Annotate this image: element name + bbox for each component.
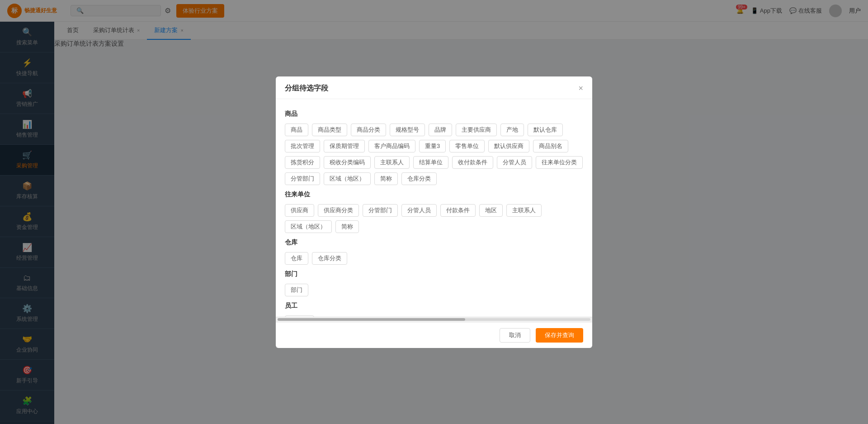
section-title-partner: 往来单位 bbox=[285, 191, 583, 199]
tag-拣货积分[interactable]: 拣货积分 bbox=[285, 156, 320, 169]
modal-horizontal-scrollbar[interactable] bbox=[276, 317, 592, 322]
tag-区域（地区）[interactable]: 区域（地区） bbox=[285, 220, 332, 233]
tag-商品别名[interactable]: 商品别名 bbox=[533, 140, 568, 152]
tag-供应商分类[interactable]: 供应商分类 bbox=[318, 204, 359, 217]
tag-往来单位分类[interactable]: 往来单位分类 bbox=[536, 156, 583, 169]
tags-row-product: 商品商品类型商品分类规格型号品牌主要供应商产地默认仓库批次管理保质期管理客户商品… bbox=[285, 124, 583, 185]
tag-规格型号[interactable]: 规格型号 bbox=[390, 124, 425, 136]
tag-保质期管理[interactable]: 保质期管理 bbox=[324, 140, 365, 152]
tag-部门[interactable]: 部门 bbox=[285, 284, 308, 296]
tag-零售单位[interactable]: 零售单位 bbox=[449, 140, 485, 152]
section-title-warehouse: 仓库 bbox=[285, 238, 583, 247]
tag-分管人员[interactable]: 分管人员 bbox=[401, 204, 437, 217]
section-title-product: 商品 bbox=[285, 110, 583, 118]
tag-商品类型[interactable]: 商品类型 bbox=[312, 124, 347, 136]
modal-header: 分组待选字段 × bbox=[276, 76, 592, 99]
tag-默认仓库[interactable]: 默认仓库 bbox=[528, 124, 563, 136]
confirm-button[interactable]: 保存并查询 bbox=[536, 328, 583, 343]
modal-overlay: 分组待选字段 × 商品商品商品类型商品分类规格型号品牌主要供应商产地默认仓库批次… bbox=[0, 0, 868, 424]
tag-批次管理[interactable]: 批次管理 bbox=[285, 140, 320, 152]
tag-品牌[interactable]: 品牌 bbox=[429, 124, 452, 136]
tag-仓库分类[interactable]: 仓库分类 bbox=[312, 252, 347, 265]
tags-row-warehouse: 仓库仓库分类 bbox=[285, 252, 583, 265]
tag-分管部门[interactable]: 分管部门 bbox=[285, 172, 320, 185]
tag-主要供应商[interactable]: 主要供应商 bbox=[456, 124, 497, 136]
tag-分管人员[interactable]: 分管人员 bbox=[497, 156, 532, 169]
modal-title: 分组待选字段 bbox=[285, 84, 328, 93]
section-title-department: 部门 bbox=[285, 270, 583, 278]
tag-区域（地区）[interactable]: 区域（地区） bbox=[324, 172, 371, 185]
cancel-button[interactable]: 取消 bbox=[500, 328, 530, 343]
tag-地区[interactable]: 地区 bbox=[479, 204, 503, 217]
tag-商品分类[interactable]: 商品分类 bbox=[351, 124, 386, 136]
tags-row-partner: 供应商供应商分类分管部门分管人员付款条件地区主联系人区域（地区）简称 bbox=[285, 204, 583, 233]
tag-仓库[interactable]: 仓库 bbox=[285, 252, 308, 265]
modal-close-button[interactable]: × bbox=[578, 84, 583, 93]
tag-主联系人[interactable]: 主联系人 bbox=[374, 156, 410, 169]
tag-商品[interactable]: 商品 bbox=[285, 124, 308, 136]
tag-付款条件[interactable]: 付款条件 bbox=[440, 204, 476, 217]
tag-分管部门[interactable]: 分管部门 bbox=[363, 204, 398, 217]
tag-税收分类编码[interactable]: 税收分类编码 bbox=[324, 156, 371, 169]
modal-footer: 取消 保存并查询 bbox=[276, 322, 592, 348]
tag-重量3[interactable]: 重量3 bbox=[419, 140, 446, 152]
tag-主联系人[interactable]: 主联系人 bbox=[506, 204, 542, 217]
tag-产地[interactable]: 产地 bbox=[500, 124, 524, 136]
modal-dialog: 分组待选字段 × 商品商品商品类型商品分类规格型号品牌主要供应商产地默认仓库批次… bbox=[276, 76, 592, 348]
modal-body: 商品商品商品类型商品分类规格型号品牌主要供应商产地默认仓库批次管理保质期管理客户… bbox=[276, 99, 592, 317]
tag-供应商[interactable]: 供应商 bbox=[285, 204, 314, 217]
tags-row-department: 部门 bbox=[285, 284, 583, 296]
section-title-employee: 员工 bbox=[285, 302, 583, 310]
tag-仓库分类[interactable]: 仓库分类 bbox=[401, 172, 437, 185]
tag-默认供应商[interactable]: 默认供应商 bbox=[488, 140, 529, 152]
tag-简称[interactable]: 简称 bbox=[374, 172, 398, 185]
tag-结算单位[interactable]: 结算单位 bbox=[413, 156, 448, 169]
tag-客户商品编码[interactable]: 客户商品编码 bbox=[368, 140, 415, 152]
tag-收付款条件[interactable]: 收付款条件 bbox=[452, 156, 493, 169]
tag-简称[interactable]: 简称 bbox=[335, 220, 359, 233]
